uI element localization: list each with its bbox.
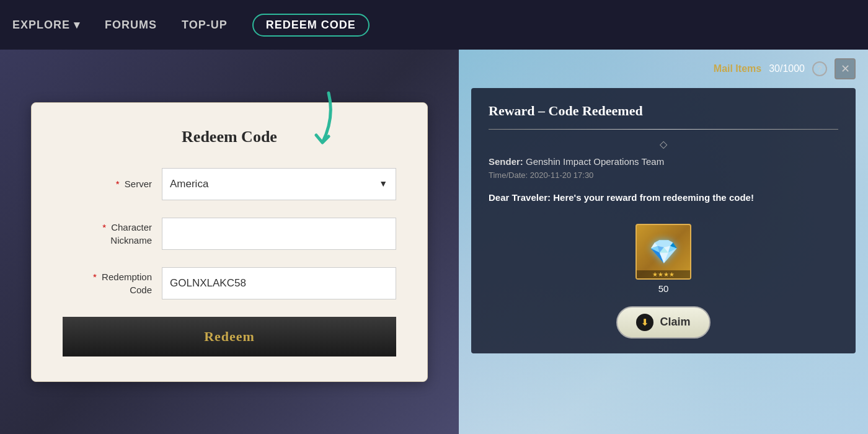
- redemption-label: * RedemptionCode: [63, 270, 162, 296]
- crystal-icon: 💎: [649, 240, 678, 264]
- forums-label: FORUMS: [105, 19, 157, 32]
- mail-items-label: Mail Items: [714, 63, 761, 74]
- server-select-wrapper: America Europe Asia TW/HK/MO ▼: [162, 168, 396, 200]
- form-title: Redeem Code: [63, 128, 396, 146]
- claim-label: Claim: [660, 316, 690, 329]
- mail-header: Mail Items 30/1000 ? ✕: [459, 50, 868, 88]
- main-content: Redeem Code * Server America Europe Asia…: [0, 50, 868, 434]
- right-panel: Mail Items 30/1000 ? ✕ Reward – Code Red…: [459, 50, 868, 434]
- reward-time: Time/Date: 2020-11-20 17:30: [489, 170, 838, 180]
- divider: [489, 129, 838, 130]
- mail-count: 30/1000: [769, 63, 805, 74]
- sender-value: Genshin Impact Operations Team: [526, 156, 664, 167]
- nickname-label: * CharacterNickname: [63, 221, 162, 247]
- redeem-button[interactable]: Redeem: [63, 317, 396, 356]
- server-form-row: * Server America Europe Asia TW/HK/MO ▼: [63, 168, 396, 200]
- reward-sender: Sender: Genshin Impact Operations Team: [489, 156, 838, 167]
- item-container: 💎 ★★★★ 50: [489, 224, 838, 294]
- close-button[interactable]: ✕: [835, 58, 856, 79]
- claim-button[interactable]: ⬇ Claim: [616, 306, 710, 339]
- redemption-form-row: * RedemptionCode: [63, 267, 396, 299]
- item-stars: ★★★★: [637, 270, 690, 278]
- help-button[interactable]: ?: [812, 61, 827, 76]
- claim-btn-container: ⬇ Claim: [489, 306, 838, 339]
- reward-title: Reward – Code Redeemed: [489, 103, 838, 119]
- redeem-nav-container: REDEEM CODE: [252, 14, 370, 37]
- right-content: Mail Items 30/1000 ? ✕ Reward – Code Red…: [459, 50, 868, 434]
- nickname-form-row: * CharacterNickname: [63, 218, 396, 250]
- redeem-nav-item[interactable]: REDEEM CODE: [252, 14, 370, 37]
- explore-nav-item[interactable]: EXPLORE ▾: [12, 18, 80, 32]
- forums-nav-item[interactable]: FORUMS: [105, 19, 157, 32]
- server-select[interactable]: America Europe Asia TW/HK/MO: [162, 168, 396, 200]
- item-box: 💎 ★★★★: [636, 224, 691, 280]
- time-value: 2020-11-20 17:30: [530, 170, 594, 180]
- item-count: 50: [636, 283, 691, 294]
- server-label: * Server: [63, 177, 162, 190]
- left-panel: Redeem Code * Server America Europe Asia…: [0, 50, 459, 434]
- redemption-required-star: *: [93, 272, 97, 282]
- reward-message: Dear Traveler: Here's your reward from r…: [489, 191, 838, 205]
- redeem-form-card: Redeem Code * Server America Europe Asia…: [31, 102, 428, 382]
- item-display: 💎 ★★★★ 50: [636, 224, 691, 294]
- explore-dropdown-icon: ▾: [74, 18, 80, 32]
- diamond-icon: ◇: [489, 138, 838, 150]
- reward-panel: Reward – Code Redeemed ◇ Sender: Genshin…: [471, 88, 856, 353]
- claim-download-icon: ⬇: [636, 314, 653, 331]
- navigation-bar: EXPLORE ▾ FORUMS TOP-UP REDEEM CODE: [0, 0, 868, 50]
- explore-label: EXPLORE: [12, 19, 70, 32]
- redeem-nav-label: REDEEM CODE: [266, 19, 356, 32]
- topup-nav-item[interactable]: TOP-UP: [182, 19, 228, 32]
- redemption-code-input[interactable]: [162, 267, 396, 299]
- nickname-required-star: *: [102, 222, 106, 232]
- topup-label: TOP-UP: [182, 19, 228, 32]
- server-required-star: *: [116, 179, 120, 189]
- nickname-input[interactable]: [162, 218, 396, 250]
